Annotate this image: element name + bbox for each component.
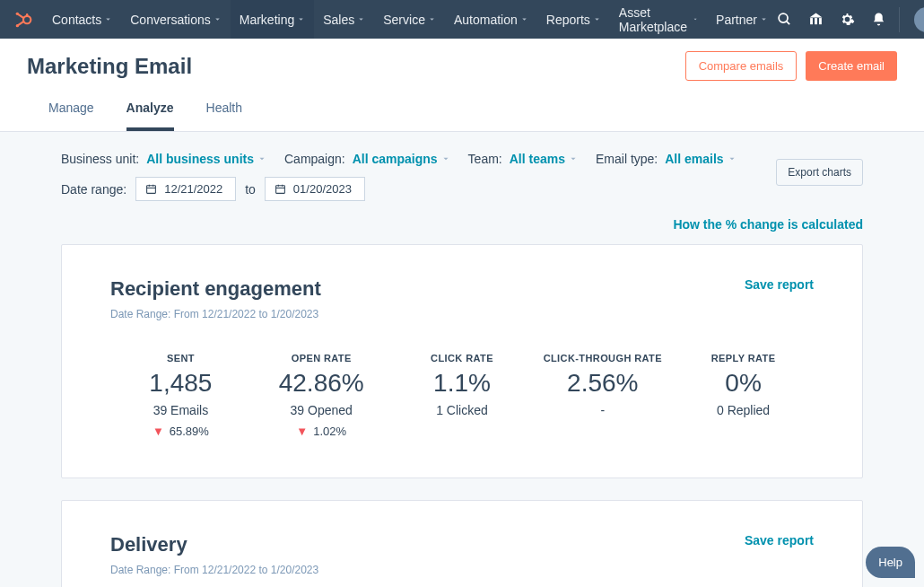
svg-rect-8: [810, 18, 813, 24]
svg-point-4: [16, 24, 19, 27]
create-email-button[interactable]: Create email: [806, 51, 897, 81]
chevron-down-icon: [569, 154, 578, 163]
svg-point-0: [23, 15, 31, 22]
engagement-card-title: Recipient engagement: [110, 277, 321, 301]
chevron-down-icon: [728, 154, 737, 163]
marketplace-icon[interactable]: [808, 12, 824, 27]
delivery-card: Delivery Date Range: From 12/21/2022 to …: [61, 500, 863, 587]
compare-emails-button[interactable]: Compare emails: [685, 51, 798, 81]
export-charts-button[interactable]: Export charts: [776, 159, 863, 186]
metric-sub: 0 Replied: [673, 403, 814, 417]
metric-label: CLICK-THROUGH RATE: [532, 353, 673, 364]
date-to-label: to: [245, 182, 256, 197]
top-navigation: ContactsConversationsMarketingSalesServi…: [0, 0, 924, 39]
calendar-icon: [275, 183, 286, 195]
metric-sub: -: [532, 403, 673, 417]
calendar-icon: [145, 183, 157, 195]
email-type-dropdown[interactable]: All emails: [665, 152, 736, 166]
arrow-down-icon: ▼: [296, 425, 308, 438]
metric-sub: 39 Opened: [251, 403, 392, 417]
page-title: Marketing Email: [27, 54, 192, 79]
metric-label: SENT: [110, 353, 251, 364]
page-tabs: ManageAnalyzeHealth: [27, 92, 897, 131]
nav-item-reports[interactable]: Reports: [537, 0, 610, 39]
metric-sub: 1 Clicked: [392, 403, 533, 417]
nav-item-conversations[interactable]: Conversations: [121, 0, 231, 39]
svg-line-7: [787, 22, 790, 25]
recipient-engagement-card: Recipient engagement Date Range: From 12…: [61, 244, 863, 478]
engagement-metrics: SENT1,48539 Emails▼65.89%OPEN RATE42.86%…: [110, 353, 814, 438]
metric-change: ▼65.89%: [110, 425, 251, 438]
metric-value: 2.56%: [532, 369, 673, 398]
metric-click-through-rate: CLICK-THROUGH RATE2.56%-: [532, 353, 673, 438]
team-label: Team:: [468, 152, 502, 166]
metric-sub: 39 Emails: [110, 403, 251, 417]
metric-label: REPLY RATE: [673, 353, 814, 364]
metric-change: ▼1.02%: [251, 425, 392, 438]
svg-rect-11: [147, 186, 156, 194]
nav-item-service[interactable]: Service: [374, 0, 445, 39]
tab-manage[interactable]: Manage: [48, 92, 94, 131]
metric-value: 0%: [673, 369, 814, 398]
date-to-input[interactable]: 01/20/2023: [265, 177, 365, 201]
nav-item-automation[interactable]: Automation: [445, 0, 537, 39]
metric-reply-rate: REPLY RATE0%0 Replied: [673, 353, 814, 438]
svg-rect-10: [819, 18, 822, 24]
delivery-card-title: Delivery: [110, 533, 318, 556]
delivery-card-subtitle: Date Range: From 12/21/2022 to 1/20/2023: [110, 564, 318, 576]
search-icon[interactable]: [777, 12, 792, 27]
metric-label: CLICK RATE: [392, 353, 533, 364]
engagement-card-subtitle: Date Range: From 12/21/2022 to 1/20/2023: [110, 308, 321, 320]
team-dropdown[interactable]: All teams: [510, 152, 578, 166]
avatar: [914, 7, 924, 32]
filter-bar: Business unit: All business units Campai…: [61, 152, 863, 166]
save-report-link[interactable]: Save report: [745, 277, 814, 292]
tab-health[interactable]: Health: [206, 92, 242, 131]
bell-icon[interactable]: [871, 12, 886, 27]
nav-item-marketing[interactable]: Marketing: [231, 0, 314, 39]
svg-point-6: [779, 13, 788, 22]
save-report-link[interactable]: Save report: [745, 533, 814, 548]
metric-sent: SENT1,48539 Emails▼65.89%: [110, 353, 251, 438]
nav-utility-icons: [777, 12, 886, 27]
nav-item-asset-marketplace[interactable]: Asset Marketplace: [610, 0, 707, 39]
hubspot-logo[interactable]: [14, 11, 32, 29]
chevron-down-icon: [257, 154, 266, 163]
gear-icon[interactable]: [840, 12, 855, 27]
nav-item-sales[interactable]: Sales: [314, 0, 374, 39]
metric-value: 42.86%: [251, 369, 392, 398]
tab-analyze[interactable]: Analyze: [126, 92, 174, 131]
date-range-row: Date range: 12/21/2022 to 01/20/2023: [61, 177, 863, 201]
metric-value: 1,485: [110, 369, 251, 398]
metric-label: OPEN RATE: [251, 353, 392, 364]
page-header: Marketing Email Compare emails Create em…: [0, 39, 924, 132]
business-unit-label: Business unit:: [61, 152, 139, 166]
campaign-dropdown[interactable]: All campaigns: [353, 152, 450, 166]
campaign-label: Campaign:: [284, 152, 345, 166]
help-button[interactable]: Help: [866, 547, 915, 578]
metric-click-rate: CLICK RATE1.1%1 Clicked: [392, 353, 533, 438]
metric-open-rate: OPEN RATE42.86%39 Opened▼1.02%: [251, 353, 392, 438]
date-from-input[interactable]: 12/21/2022: [135, 177, 236, 201]
nav-items: ContactsConversationsMarketingSalesServi…: [43, 0, 777, 39]
chevron-down-icon: [441, 154, 450, 163]
date-range-label: Date range:: [61, 182, 126, 197]
how-percent-change-link[interactable]: How the % change is calculated: [61, 217, 863, 232]
nav-item-partner[interactable]: Partner: [707, 0, 777, 39]
svg-point-3: [16, 12, 19, 14]
svg-rect-9: [815, 18, 817, 24]
email-type-label: Email type:: [596, 152, 658, 166]
arrow-down-icon: ▼: [153, 425, 164, 438]
main-content: Business unit: All business units Campai…: [0, 132, 924, 587]
account-menu[interactable]: [899, 7, 924, 32]
svg-rect-15: [275, 186, 284, 194]
svg-point-5: [26, 13, 29, 14]
metric-value: 1.1%: [392, 369, 533, 398]
nav-item-contacts[interactable]: Contacts: [43, 0, 121, 39]
business-unit-dropdown[interactable]: All business units: [146, 152, 266, 166]
